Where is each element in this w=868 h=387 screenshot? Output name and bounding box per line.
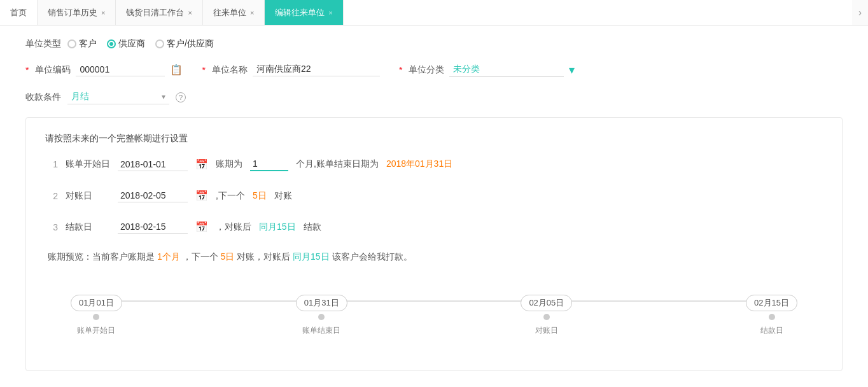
unit-category-value: 未分类 xyxy=(453,64,560,75)
unit-code-required: * xyxy=(25,65,29,75)
unit-category-required: * xyxy=(399,65,402,75)
bill-start-row: 1 账单开始日 📅 账期为 个月,账单结束日期为 2018年01月31日 xyxy=(45,157,823,171)
settings-card: 请按照未来的一个完整帐期进行设置 1 账单开始日 📅 账期为 个月,账单结束日期… xyxy=(25,117,843,371)
unit-name-input[interactable] xyxy=(253,63,380,76)
bill-start-date-input[interactable] xyxy=(118,158,188,171)
radio-both-label: 客户/供应商 xyxy=(167,38,214,50)
timeline-badge-2: 02月05日 xyxy=(521,295,572,311)
radio-supplier-circle xyxy=(107,39,116,48)
payment-row: 3 结款日 📅 ，对账后 同月15日 结款 xyxy=(45,220,823,234)
unit-category-field: * 单位分类 未分类 ▾ xyxy=(399,62,575,77)
preview-highlight3: 同月15日 xyxy=(293,251,330,262)
preview-highlight1: 1个月 xyxy=(157,251,180,262)
timeline-badge-3: 02月15日 xyxy=(746,295,797,311)
radio-both[interactable]: 客户/供应商 xyxy=(155,38,214,50)
timeline-label-1: 账单结束日 xyxy=(302,325,340,336)
preview-suffix: 该客户会给我打款。 xyxy=(332,251,412,262)
radio-customer-circle xyxy=(67,39,76,48)
payment-calendar-icon[interactable]: 📅 xyxy=(195,221,208,233)
radio-supplier[interactable]: 供应商 xyxy=(107,38,145,50)
tab-edit-partner-close[interactable]: × xyxy=(328,9,332,17)
payment-terms-row: 收款条件 月结 ▾ ? xyxy=(25,90,843,104)
payment-terms-label: 收款条件 xyxy=(25,92,61,103)
timeline-label-3: 结款日 xyxy=(760,325,783,336)
card-instruction: 请按照未来的一个完整帐期进行设置 xyxy=(45,133,823,144)
radio-customer[interactable]: 客户 xyxy=(67,38,97,50)
unit-code-field: * 单位编码 📋 xyxy=(25,63,183,76)
timeline-point-0: 01月01日 账单开始日 xyxy=(71,295,122,336)
unit-code-icon[interactable]: 📋 xyxy=(170,64,183,76)
timeline-label-2: 对账日 xyxy=(535,325,558,336)
tabs-bar: 首页 销售订单历史 × 钱货日清工作台 × 往来单位 × 编辑往来单位 × › xyxy=(0,0,868,25)
tab-sales-history[interactable]: 销售订单历史 × xyxy=(38,0,116,25)
tab-daily-clear-close[interactable]: × xyxy=(188,9,192,17)
unit-info-row: * 单位编码 📋 * 单位名称 * 单位分类 未分类 ▾ xyxy=(25,62,843,77)
unit-name-label: 单位名称 xyxy=(212,64,248,76)
tab-sales-history-label: 销售订单历史 xyxy=(48,7,97,18)
timeline-point-3: 02月15日 结款日 xyxy=(746,295,797,336)
tab-home-label: 首页 xyxy=(10,7,27,18)
bill-start-middle-text: 账期为 xyxy=(216,158,242,170)
unit-code-label: 单位编码 xyxy=(35,64,71,76)
reconcile-prefix: ,下一个 xyxy=(216,190,245,202)
reconcile-row: 2 对账日 📅 ,下一个 5日 对账 xyxy=(45,189,823,202)
tab-daily-clear[interactable]: 钱货日清工作台 × xyxy=(116,0,202,25)
tab-partners[interactable]: 往来单位 × xyxy=(203,0,265,25)
tab-partners-label: 往来单位 xyxy=(213,7,246,18)
unit-type-row: 单位类型 客户 供应商 客户/供应商 xyxy=(25,38,843,50)
payment-terms-select[interactable]: 月结 ▾ xyxy=(67,90,169,104)
bill-start-calendar-icon[interactable]: 📅 xyxy=(195,158,208,171)
tab-sales-history-close[interactable]: × xyxy=(101,9,105,17)
tab-edit-partner-label: 编辑往来单位 xyxy=(275,7,325,18)
timeline-point-2: 02月05日 对账日 xyxy=(521,295,572,336)
tab-edit-partner[interactable]: 编辑往来单位 × xyxy=(265,0,343,25)
payment-suffix: 结款 xyxy=(304,222,321,233)
unit-code-input[interactable] xyxy=(76,63,165,76)
tab-more-arrow[interactable]: › xyxy=(852,0,868,25)
tab-home[interactable]: 首页 xyxy=(0,0,38,25)
payment-date-input[interactable] xyxy=(118,220,188,234)
bill-end-date-highlight: 2018年01月31日 xyxy=(386,158,452,170)
reconcile-calendar-icon[interactable]: 📅 xyxy=(195,190,208,202)
unit-type-label: 单位类型 xyxy=(25,38,61,50)
bill-start-suffix: 个月,账单结束日期为 xyxy=(296,158,379,170)
timeline: 01月01日 账单开始日 01月31日 账单结束日 02月05日 对账日 xyxy=(45,282,823,355)
radio-both-circle xyxy=(155,39,164,48)
reconcile-day-highlight: 5日 xyxy=(253,190,267,202)
unit-type-radio-group: 客户 供应商 客户/供应商 xyxy=(67,38,214,50)
timeline-badge-0: 01月01日 xyxy=(71,295,122,311)
preview-highlight2: 5日 xyxy=(220,251,234,262)
unit-name-required: * xyxy=(202,65,205,75)
row-2-number: 2 xyxy=(45,191,58,201)
preview-middle2: 对账，对账后 xyxy=(237,251,290,262)
unit-category-dropdown-arrow[interactable]: ▾ xyxy=(569,63,575,77)
row-2-label: 对账日 xyxy=(66,190,110,202)
payment-terms-value: 月结 xyxy=(71,91,159,102)
tab-partners-close[interactable]: × xyxy=(250,9,254,17)
unit-category-label: 单位分类 xyxy=(409,64,444,76)
radio-customer-label: 客户 xyxy=(79,38,97,50)
radio-supplier-label: 供应商 xyxy=(118,38,145,50)
payment-day-highlight: 同月15日 xyxy=(259,222,296,233)
period-input[interactable] xyxy=(250,157,288,171)
row-1-number: 1 xyxy=(45,159,58,169)
row-3-number: 3 xyxy=(45,222,58,232)
preview-prefix: 账期预览：当前客户账期是 xyxy=(48,251,155,262)
reconcile-suffix: 对账 xyxy=(274,190,292,202)
unit-name-field: * 单位名称 xyxy=(202,63,379,76)
row-3-label: 结款日 xyxy=(66,222,110,233)
row-1-label: 账单开始日 xyxy=(66,158,110,170)
payment-terms-arrow: ▾ xyxy=(162,92,165,101)
timeline-point-1: 01月31日 账单结束日 xyxy=(296,295,347,336)
timeline-label-0: 账单开始日 xyxy=(77,325,115,336)
payment-terms-help-icon[interactable]: ? xyxy=(176,92,186,102)
reconcile-date-input[interactable] xyxy=(118,189,188,202)
timeline-points: 01月01日 账单开始日 01月31日 账单结束日 02月05日 对账日 xyxy=(45,295,823,336)
payment-prefix: ，对账后 xyxy=(216,222,251,233)
main-content: 单位类型 客户 供应商 客户/供应商 * 单位编码 📋 * 单位名称 xyxy=(0,25,868,387)
tab-daily-clear-label: 钱货日清工作台 xyxy=(126,7,184,18)
preview-middle1: ，下一个 xyxy=(183,251,218,262)
preview-text: 账期预览：当前客户账期是 1个月 ，下一个 5日 对账，对账后 同月15日 该客… xyxy=(45,251,823,263)
unit-category-select[interactable]: 未分类 xyxy=(449,62,564,77)
timeline-badge-1: 01月31日 xyxy=(296,295,347,311)
